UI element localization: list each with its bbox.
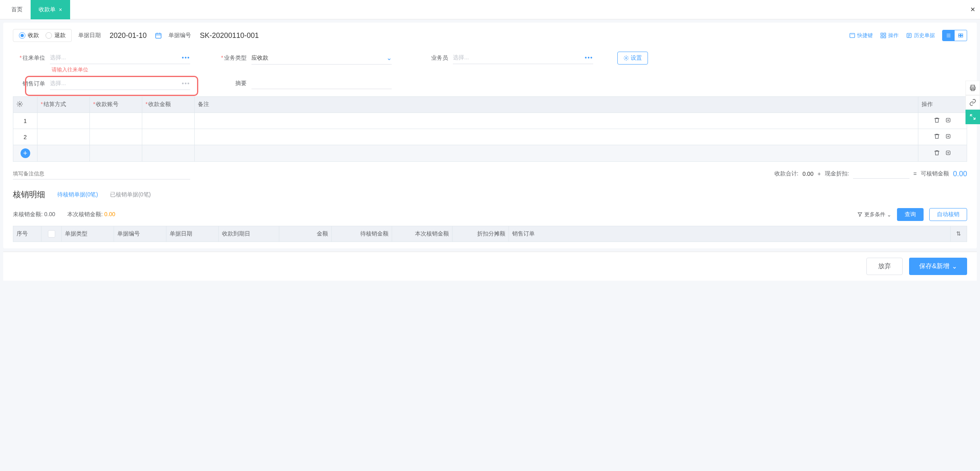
hamburger-icon: [946, 33, 951, 38]
partner-error: 请输入往来单位: [52, 66, 967, 73]
col-type[interactable]: 单据类型: [62, 226, 114, 242]
cell-settle[interactable]: [37, 129, 90, 145]
cell-account[interactable]: [90, 129, 142, 145]
view-card-button[interactable]: [955, 30, 967, 41]
copy-icon[interactable]: [945, 117, 951, 125]
col-this[interactable]: 本次核销金额: [392, 226, 453, 242]
svg-rect-0: [156, 33, 161, 38]
view-list-button[interactable]: [943, 30, 955, 41]
col-checkbox: [42, 226, 62, 242]
cell-account[interactable]: [90, 113, 142, 129]
cell-amount[interactable]: [142, 129, 195, 145]
col-order[interactable]: 销售订单: [509, 226, 951, 242]
radio-refund[interactable]: 退款: [46, 32, 66, 39]
shortcut-link[interactable]: 快捷键: [849, 32, 873, 39]
svg-point-12: [19, 103, 21, 105]
delete-icon[interactable]: [934, 117, 940, 125]
row-index: 2: [13, 129, 37, 145]
auto-writeoff-button[interactable]: 自动核销: [929, 208, 967, 221]
col-sort[interactable]: ⇅: [951, 226, 967, 242]
more-icon: •••: [182, 80, 190, 87]
col-settle: *结算方式: [37, 97, 90, 113]
doc-date-value[interactable]: 2020-01-10: [110, 31, 147, 40]
grid-settings-button[interactable]: [13, 97, 37, 113]
filter-icon: [857, 212, 863, 217]
save-button[interactable]: 保存&新增 ⌄: [909, 258, 967, 275]
tab-home[interactable]: 首页: [3, 0, 31, 19]
remark-input[interactable]: [13, 168, 190, 179]
col-date[interactable]: 单据日期: [166, 226, 219, 242]
partner-select[interactable]: 选择... •••: [50, 52, 190, 64]
sales-select[interactable]: 选择... •••: [453, 52, 593, 64]
tab-pending[interactable]: 待核销单据(0笔): [57, 191, 98, 198]
order-select[interactable]: 选择... •••: [50, 77, 190, 90]
plus-sign: +: [818, 171, 821, 177]
chevron-down-icon: ⌄: [386, 54, 392, 62]
cancel-button[interactable]: 放弃: [866, 258, 903, 275]
add-row-button[interactable]: +: [21, 148, 30, 158]
equals-sign: =: [914, 171, 917, 177]
total-label: 收款合计:: [774, 170, 799, 177]
biztype-label: *业务类型: [214, 54, 247, 62]
summary-label: 摘要: [214, 80, 247, 87]
unwriteoff-info: 未核销金额: 0.00: [13, 211, 55, 218]
sort-icon: ⇅: [956, 230, 961, 237]
print-button[interactable]: [965, 81, 980, 95]
query-button[interactable]: 查询: [897, 208, 924, 221]
copy-icon[interactable]: [945, 150, 951, 157]
operate-link[interactable]: 操作: [880, 32, 899, 39]
checkbox-all[interactable]: [48, 230, 55, 238]
partner-field: *往来单位 选择... •••: [13, 52, 190, 64]
cell-settle[interactable]: [37, 113, 90, 129]
radio-unchecked-icon: [46, 32, 52, 39]
order-label: 销售订单: [13, 80, 45, 88]
tab-receipt[interactable]: 收款单 ×: [31, 0, 70, 19]
sales-label: 业务员: [416, 54, 448, 62]
more-conditions-button[interactable]: 更多条件 ⌄: [857, 211, 891, 218]
biztype-select[interactable]: 应收款 ⌄: [251, 52, 392, 65]
delete-icon[interactable]: [934, 150, 940, 157]
settings-button[interactable]: 设置: [617, 52, 648, 65]
svg-rect-8: [961, 34, 963, 35]
tab-done[interactable]: 已核销单据(0笔): [110, 191, 151, 198]
col-amount: *收款金额: [142, 97, 195, 113]
expand-button[interactable]: [965, 110, 980, 124]
col-pending[interactable]: 待核销金额: [332, 226, 392, 242]
order-field: 销售订单 选择... •••: [13, 77, 190, 90]
summary-input[interactable]: [251, 77, 392, 89]
writeoff-value: 0.00: [953, 170, 967, 178]
svg-rect-5: [884, 36, 886, 38]
col-remark: 备注: [195, 97, 918, 113]
radio-receipt-label: 收款: [28, 32, 39, 39]
col-account: *收款账号: [90, 97, 142, 113]
this-writeoff-info: 本次核销金额: 0.00: [67, 211, 115, 218]
link-icon: [969, 99, 976, 106]
main-content: 收款 退款 单据日期 2020-01-10 单据编号 SK-20200110-0…: [3, 23, 977, 248]
col-due[interactable]: 收款到期日: [219, 226, 279, 242]
cell-amount[interactable]: [142, 113, 195, 129]
radio-receipt[interactable]: 收款: [19, 32, 39, 39]
close-icon[interactable]: ×: [59, 6, 62, 13]
writeoff-grid-header: 序号 单据类型 单据编号 单据日期 收款到期日 金额 待核销金额 本次核销金额 …: [13, 226, 967, 242]
svg-rect-1: [850, 33, 855, 38]
history-link[interactable]: 历史单据: [906, 32, 935, 39]
partner-label: *往来单位: [13, 54, 45, 62]
delete-icon[interactable]: [934, 133, 940, 141]
chevron-down-icon: ⌄: [887, 212, 891, 218]
gear-icon: [17, 101, 23, 107]
cell-remark[interactable]: [195, 129, 918, 145]
attachment-button[interactable]: [965, 95, 980, 110]
col-amount[interactable]: 金额: [279, 226, 332, 242]
printer-icon: [969, 84, 976, 92]
list-icon: [906, 32, 912, 39]
col-discount[interactable]: 折扣分摊额: [453, 226, 509, 242]
copy-icon[interactable]: [945, 133, 951, 141]
col-no[interactable]: 单据编号: [114, 226, 166, 242]
more-icon: •••: [585, 54, 593, 61]
cell-remark[interactable]: [195, 113, 918, 129]
discount-input[interactable]: [853, 169, 909, 179]
more-icon: •••: [182, 54, 190, 61]
top-actions: 快捷键 操作 历史单据: [849, 30, 967, 41]
calendar-icon[interactable]: [155, 32, 162, 39]
close-all-icon[interactable]: ×: [970, 5, 975, 14]
